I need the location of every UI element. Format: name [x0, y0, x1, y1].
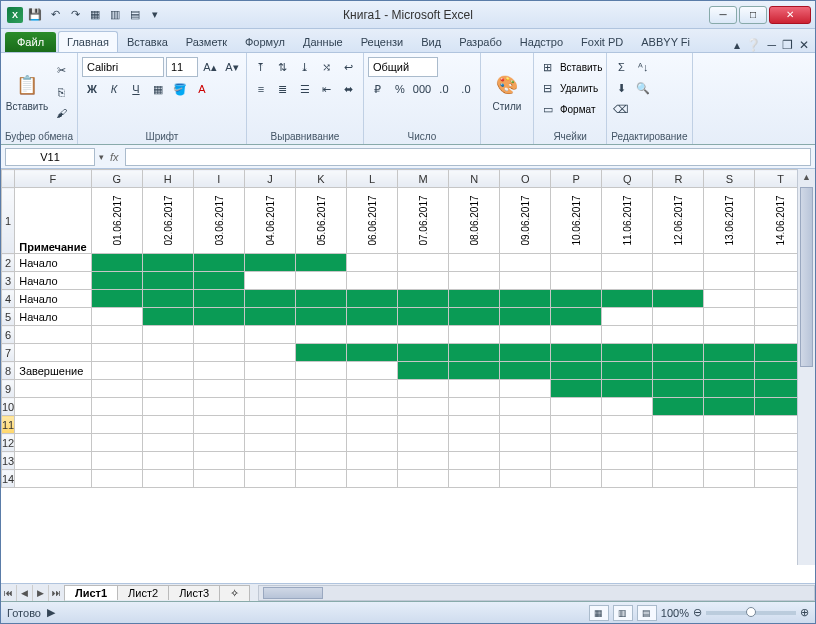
cell-R5[interactable]	[653, 308, 704, 326]
row-header-6[interactable]: 6	[2, 326, 15, 344]
cell-F2[interactable]: Начало	[15, 254, 91, 272]
cell-R12[interactable]	[653, 434, 704, 452]
cell-G12[interactable]	[91, 434, 142, 452]
cell-Q12[interactable]	[602, 434, 653, 452]
cell-J3[interactable]	[244, 272, 295, 290]
cell-S2[interactable]	[704, 254, 755, 272]
cell-M12[interactable]	[398, 434, 449, 452]
cell-L8[interactable]	[346, 362, 397, 380]
cell-P9[interactable]	[551, 380, 602, 398]
cell-M10[interactable]	[398, 398, 449, 416]
new-sheet-button[interactable]: ✧	[219, 585, 250, 601]
cell-K14[interactable]	[295, 470, 346, 488]
cell-R11[interactable]	[653, 416, 704, 434]
col-header-L[interactable]: L	[346, 170, 397, 188]
cell-H6[interactable]	[142, 326, 193, 344]
cell-R7[interactable]	[653, 344, 704, 362]
cell-P7[interactable]	[551, 344, 602, 362]
cell-K3[interactable]	[295, 272, 346, 290]
cell-M11[interactable]	[398, 416, 449, 434]
row-header-8[interactable]: 8	[2, 362, 15, 380]
clear-icon[interactable]: ⌫	[611, 99, 631, 119]
tab-file[interactable]: Файл	[5, 32, 56, 52]
close-button[interactable]: ✕	[769, 6, 811, 24]
row-header-4[interactable]: 4	[2, 290, 15, 308]
cell-O12[interactable]	[500, 434, 551, 452]
cell-R6[interactable]	[653, 326, 704, 344]
cell-K10[interactable]	[295, 398, 346, 416]
cell-O9[interactable]	[500, 380, 551, 398]
cell-R9[interactable]	[653, 380, 704, 398]
cell-J13[interactable]	[244, 452, 295, 470]
cell-L3[interactable]	[346, 272, 397, 290]
cell-N5[interactable]	[449, 308, 500, 326]
delete-cells-label[interactable]: Удалить	[560, 83, 598, 94]
cell-K12[interactable]	[295, 434, 346, 452]
cell-L14[interactable]	[346, 470, 397, 488]
cell-P14[interactable]	[551, 470, 602, 488]
cell-J12[interactable]	[244, 434, 295, 452]
cell-O7[interactable]	[500, 344, 551, 362]
macro-icon[interactable]: ▶	[47, 606, 55, 619]
scroll-up-icon[interactable]: ▲	[798, 169, 815, 185]
font-size-select[interactable]	[166, 57, 198, 77]
cell-F8[interactable]: Завершение	[15, 362, 91, 380]
cell-Q14[interactable]	[602, 470, 653, 488]
cell-M1[interactable]: 07.06.2017	[398, 188, 449, 254]
cell-S3[interactable]	[704, 272, 755, 290]
cell-R13[interactable]	[653, 452, 704, 470]
cell-I11[interactable]	[193, 416, 244, 434]
cell-F5[interactable]: Начало	[15, 308, 91, 326]
tab-formulas[interactable]: Формул	[236, 31, 294, 52]
comma-icon[interactable]: 000	[412, 79, 432, 99]
doc-close-icon[interactable]: ✕	[799, 38, 809, 52]
cell-M5[interactable]	[398, 308, 449, 326]
insert-cells-label[interactable]: Вставить	[560, 62, 602, 73]
cell-K1[interactable]: 05.06.2017	[295, 188, 346, 254]
cell-F6[interactable]	[15, 326, 91, 344]
cell-L4[interactable]	[346, 290, 397, 308]
cell-K9[interactable]	[295, 380, 346, 398]
cell-J8[interactable]	[244, 362, 295, 380]
cell-H2[interactable]	[142, 254, 193, 272]
col-header-Q[interactable]: Q	[602, 170, 653, 188]
cell-Q2[interactable]	[602, 254, 653, 272]
cell-N12[interactable]	[449, 434, 500, 452]
cell-R1[interactable]: 12.06.2017	[653, 188, 704, 254]
align-left-icon[interactable]: ≡	[251, 79, 271, 99]
currency-icon[interactable]: ₽	[368, 79, 388, 99]
cell-O5[interactable]	[500, 308, 551, 326]
cell-R10[interactable]	[653, 398, 704, 416]
align-center-icon[interactable]: ≣	[273, 79, 293, 99]
cell-J2[interactable]	[244, 254, 295, 272]
cell-S11[interactable]	[704, 416, 755, 434]
cell-H7[interactable]	[142, 344, 193, 362]
copy-icon[interactable]: ⎘	[51, 82, 71, 102]
cell-S9[interactable]	[704, 380, 755, 398]
cell-M14[interactable]	[398, 470, 449, 488]
cell-F10[interactable]	[15, 398, 91, 416]
cell-I14[interactable]	[193, 470, 244, 488]
delete-cells-icon[interactable]: ⊟	[538, 78, 558, 98]
cell-G1[interactable]: 01.06.2017	[91, 188, 142, 254]
cell-G6[interactable]	[91, 326, 142, 344]
insert-cells-icon[interactable]: ⊞	[538, 57, 558, 77]
find-icon[interactable]: 🔍	[633, 78, 653, 98]
cell-M6[interactable]	[398, 326, 449, 344]
cell-P2[interactable]	[551, 254, 602, 272]
row-header-5[interactable]: 5	[2, 308, 15, 326]
cell-H11[interactable]	[142, 416, 193, 434]
zoom-knob[interactable]	[746, 607, 756, 617]
wrap-text-icon[interactable]: ↩	[339, 57, 359, 77]
cell-N10[interactable]	[449, 398, 500, 416]
cell-Q13[interactable]	[602, 452, 653, 470]
shrink-font-icon[interactable]: A▾	[222, 57, 242, 77]
sheet-nav-prev-icon[interactable]: ◀	[17, 585, 33, 601]
cell-K11[interactable]	[295, 416, 346, 434]
formula-input[interactable]	[125, 148, 811, 166]
maximize-button[interactable]: □	[739, 6, 767, 24]
cell-M8[interactable]	[398, 362, 449, 380]
cell-L10[interactable]	[346, 398, 397, 416]
col-header-K[interactable]: K	[295, 170, 346, 188]
col-header-H[interactable]: H	[142, 170, 193, 188]
